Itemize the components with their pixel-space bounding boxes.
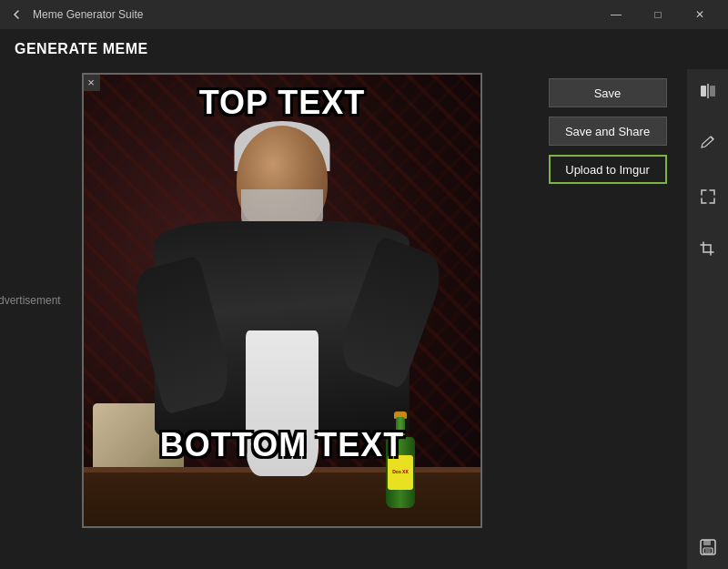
save-and-share-button[interactable]: Save and Share <box>549 117 667 146</box>
maximize-button[interactable]: □ <box>637 0 679 29</box>
right-sidebar <box>687 69 728 569</box>
window-controls: — □ ✕ <box>595 0 721 29</box>
meme-top-text: TOP TEXT <box>84 84 480 122</box>
left-panel <box>0 69 36 569</box>
advertisement-label: Advertisement <box>0 294 61 307</box>
app-title: Meme Generator Suite <box>33 8 143 21</box>
save-button[interactable]: Save <box>549 78 667 107</box>
center-area: Advertisement × <box>36 69 528 569</box>
back-button[interactable] <box>7 5 25 24</box>
svg-rect-0 <box>701 86 706 97</box>
page-title-bar: GENERATE MEME <box>0 29 728 69</box>
right-buttons-panel: Save Save and Share Upload to Imgur <box>528 69 687 569</box>
page-title: GENERATE MEME <box>15 41 148 57</box>
upload-to-imgur-button[interactable]: Upload to Imgur <box>549 155 667 184</box>
crop-icon[interactable] <box>695 237 721 262</box>
meme-close-button[interactable]: × <box>82 73 100 91</box>
title-bar: Meme Generator Suite — □ ✕ <box>0 0 728 29</box>
sidebar-icon-group-top <box>695 78 721 262</box>
title-bar-left: Meme Generator Suite <box>7 5 143 24</box>
minimize-button[interactable]: — <box>595 0 637 29</box>
svg-rect-6 <box>705 549 711 553</box>
close-button[interactable]: ✕ <box>679 0 721 29</box>
main-content: Advertisement × <box>0 69 728 569</box>
svg-rect-1 <box>710 86 715 97</box>
expand-icon[interactable] <box>695 184 721 209</box>
meme-bottom-text: BOTTOM TEXT <box>84 426 480 464</box>
person-head <box>237 126 328 235</box>
pencil-icon[interactable] <box>695 131 721 157</box>
save-disk-icon[interactable] <box>695 534 721 560</box>
meme-image: Dos XX TOP TEXT BOTTOM TEXT <box>84 75 480 526</box>
meme-container: × <box>82 73 482 528</box>
svg-rect-4 <box>703 540 711 545</box>
flip-icon[interactable] <box>695 78 721 104</box>
